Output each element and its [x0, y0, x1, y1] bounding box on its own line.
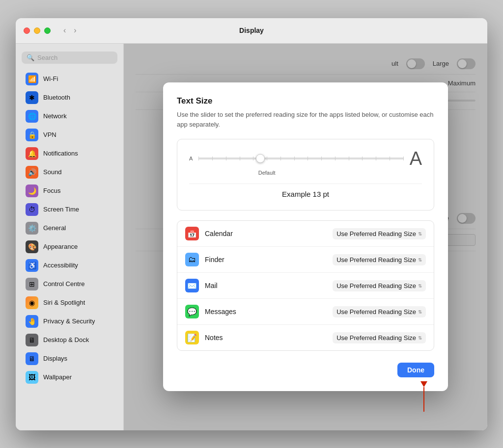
slider-tick	[362, 157, 363, 160]
sidebar-icon-desktop: 🖥	[26, 334, 38, 346]
slider-ticks	[198, 158, 403, 160]
nav-buttons: ‹ ›	[60, 25, 80, 36]
sidebar-label-privacy: Privacy & Security	[43, 317, 95, 325]
sidebar-label-controlcenter: Control Centre	[43, 280, 85, 288]
modal-overlay: Text Size Use the slider to set the pref…	[124, 44, 487, 430]
app-icon-notes: 📝	[185, 331, 199, 344]
sidebar-item-displays[interactable]: 🖥 Displays	[19, 349, 120, 368]
app-setting-calendar[interactable]: Use Preferred Reading Size ⇅	[333, 228, 426, 239]
sidebar-icon-network: 🌐	[26, 110, 38, 123]
sidebar-item-notifications[interactable]: 🔔 Notifications	[19, 144, 120, 163]
sidebar-item-general[interactable]: ⚙️ General	[19, 219, 120, 237]
sidebar-label-general: General	[43, 224, 66, 232]
sidebar-label-network: Network	[43, 112, 67, 120]
sidebar-icon-notifications: 🔔	[26, 147, 38, 160]
search-box[interactable]: 🔍	[22, 52, 117, 64]
sidebar-icon-sound: 🔊	[26, 166, 38, 179]
sidebar-item-network[interactable]: 🌐 Network	[19, 107, 120, 126]
done-button[interactable]: Done	[397, 363, 434, 377]
app-setting-label-calendar: Use Preferred Reading Size	[336, 230, 416, 237]
app-row-finder: 🗂 Finder Use Preferred Reading Size ⇅	[177, 247, 434, 273]
arrow-head	[420, 381, 427, 387]
slider-tick	[253, 157, 253, 160]
app-name-messages: Messages	[205, 308, 327, 316]
sidebar-label-sound: Sound	[43, 168, 62, 176]
slider-tick	[321, 157, 322, 160]
sidebar-item-bluetooth[interactable]: ✱ Bluetooth	[19, 88, 120, 107]
sidebar-item-screentime[interactable]: ⏱ Screen Time	[19, 200, 120, 219]
slider-thumb[interactable]	[256, 154, 265, 163]
modal-subtitle: Use the slider to set the preferred read…	[177, 110, 434, 129]
example-text: Example 13 pt	[189, 184, 422, 200]
sidebar-item-vpn[interactable]: 🔒 VPN	[19, 126, 120, 144]
sidebar-item-wallpaper[interactable]: 🖼 Wallpaper	[19, 368, 120, 387]
traffic-lights	[24, 27, 51, 34]
sidebar-icon-screentime: ⏱	[26, 203, 38, 216]
app-setting-label-mail: Use Preferred Reading Size	[336, 282, 416, 290]
sidebar-icon-focus: 🌙	[26, 184, 38, 197]
sidebar-icon-privacy: 🤚	[26, 315, 38, 328]
app-setting-label-notes: Use Preferred Reading Size	[336, 334, 416, 342]
minimize-button[interactable]	[34, 27, 40, 34]
slider-default-label: Default	[258, 170, 422, 176]
modal-footer: Done	[177, 363, 434, 377]
sidebar-icon-controlcenter: ⊞	[26, 278, 38, 290]
chevron-updown-finder: ⇅	[418, 257, 422, 263]
search-input[interactable]	[37, 54, 112, 61]
slider-tick	[335, 157, 335, 160]
sidebar-label-accessibility: Accessibility	[43, 262, 78, 269]
title-bar: ‹ › Display	[16, 18, 487, 44]
slider-tick	[240, 157, 240, 160]
sidebar-item-privacy[interactable]: 🤚 Privacy & Security	[19, 312, 120, 331]
arrow-line	[423, 387, 424, 412]
slider-tick	[267, 157, 267, 160]
maximize-button[interactable]	[44, 27, 51, 34]
sidebar-item-focus[interactable]: 🌙 Focus	[19, 182, 120, 200]
slider-tick	[198, 157, 199, 160]
slider-tick	[390, 157, 390, 160]
slider-large-a: A	[410, 149, 422, 168]
app-icon-finder: 🗂	[185, 253, 199, 266]
sidebar-item-sound[interactable]: 🔊 Sound	[19, 163, 120, 182]
slider-tick	[403, 157, 404, 160]
app-setting-mail[interactable]: Use Preferred Reading Size ⇅	[333, 280, 426, 291]
app-row-notes: 📝 Notes Use Preferred Reading Size ⇅	[177, 325, 434, 350]
app-name-mail: Mail	[205, 282, 327, 290]
app-list: 📅 Calendar Use Preferred Reading Size ⇅ …	[177, 220, 434, 351]
app-name-notes: Notes	[205, 334, 327, 342]
sidebar-icon-wifi: 📶	[26, 73, 38, 85]
sidebar-item-controlcenter[interactable]: ⊞ Control Centre	[19, 275, 120, 293]
sidebar-label-appearance: Appearance	[43, 243, 78, 250]
slider-track[interactable]	[198, 158, 403, 159]
sidebar-item-wifi[interactable]: 📶 Wi-Fi	[19, 70, 120, 88]
sidebar-item-desktop[interactable]: 🖥 Desktop & Dock	[19, 331, 120, 349]
sidebar-item-siri[interactable]: ◉ Siri & Spotlight	[19, 293, 120, 312]
app-setting-notes[interactable]: Use Preferred Reading Size ⇅	[333, 332, 426, 343]
slider-area: A A Default Example 13 pt	[177, 139, 434, 211]
app-setting-label-messages: Use Preferred Reading Size	[336, 308, 416, 316]
slider-tick	[376, 157, 376, 160]
main-content: 🔍 📶 Wi-Fi ✱ Bluetooth 🌐 Network 🔒 VPN 🔔 …	[16, 44, 487, 430]
app-row-messages: 💬 Messages Use Preferred Reading Size ⇅	[177, 299, 434, 325]
sidebar-label-bluetooth: Bluetooth	[43, 94, 70, 101]
close-button[interactable]	[24, 27, 30, 34]
sidebar-item-accessibility[interactable]: ♿ Accessibility	[19, 256, 120, 275]
sidebar-icon-vpn: 🔒	[26, 129, 38, 141]
window-title: Display	[239, 26, 264, 34]
sidebar-label-screentime: Screen Time	[43, 206, 79, 213]
forward-button[interactable]: ›	[71, 25, 79, 36]
back-button[interactable]: ‹	[60, 25, 69, 36]
app-row-calendar: 📅 Calendar Use Preferred Reading Size ⇅	[177, 221, 434, 247]
chevron-updown-mail: ⇅	[418, 283, 422, 289]
slider-row: A A	[189, 149, 422, 168]
app-setting-messages[interactable]: Use Preferred Reading Size ⇅	[333, 306, 426, 317]
app-setting-label-finder: Use Preferred Reading Size	[336, 256, 416, 264]
slider-tick	[294, 157, 295, 160]
sidebar-item-appearance[interactable]: 🎨 Appearance	[19, 237, 120, 256]
search-container: 🔍	[16, 50, 123, 70]
modal-title: Text Size	[177, 96, 434, 106]
app-setting-finder[interactable]: Use Preferred Reading Size ⇅	[333, 254, 426, 265]
sidebar-label-desktop: Desktop & Dock	[43, 336, 89, 343]
slider-tick	[307, 157, 308, 160]
app-icon-messages: 💬	[185, 305, 199, 318]
